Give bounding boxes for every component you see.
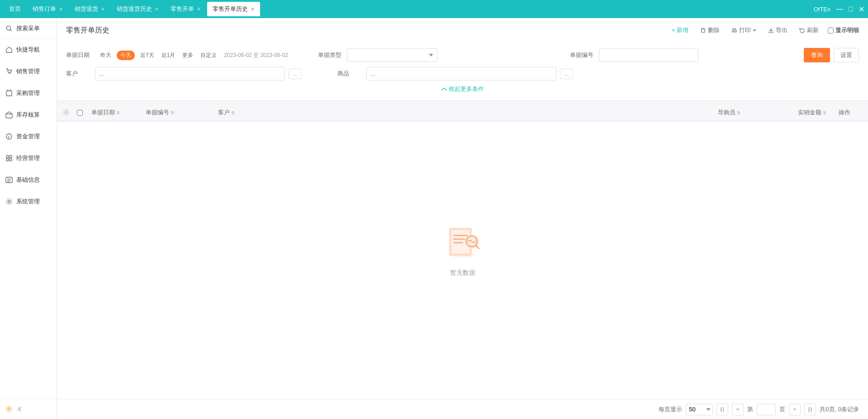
per-page-select[interactable]: 20 50 100 bbox=[686, 404, 713, 415]
close-return-icon[interactable]: ✕ bbox=[101, 6, 105, 12]
home-icon bbox=[5, 46, 13, 53]
close-retail-history-icon[interactable]: ✕ bbox=[251, 6, 255, 12]
shortcut-custom[interactable]: 自定义 bbox=[199, 51, 218, 60]
goods-label: 商品 bbox=[337, 70, 363, 78]
customer-ellipsis[interactable]: ... bbox=[289, 69, 302, 79]
table-settings-icon[interactable] bbox=[62, 108, 70, 116]
sidebar-item-sales-label: 销售管理 bbox=[16, 67, 40, 75]
finance-icon: ¥ bbox=[5, 133, 13, 140]
collapse-icon bbox=[441, 87, 447, 91]
sidebar: 搜索采单 快捷导航 销售管理 采购管理 bbox=[0, 18, 57, 419]
main-layout: 搜索采单 快捷导航 销售管理 采购管理 bbox=[0, 18, 868, 419]
last-page-button[interactable]: ⟩⟩ bbox=[804, 404, 816, 415]
page-suffix: 页 bbox=[779, 405, 785, 414]
sidebar-item-base-info[interactable]: 基础信息 bbox=[0, 169, 57, 191]
sidebar-item-quicknav-label: 快捷导航 bbox=[16, 46, 40, 54]
filter-customer: 客户 ... bbox=[66, 67, 319, 80]
maximize-button[interactable]: □ bbox=[849, 5, 853, 13]
svg-line-1 bbox=[10, 29, 12, 31]
shortcut-yesterday[interactable]: 昨天 bbox=[99, 51, 113, 60]
close-retail-icon[interactable]: ✕ bbox=[197, 6, 201, 12]
svg-text:¥: ¥ bbox=[7, 135, 10, 139]
th-customer: 客户 ⇅ bbox=[218, 108, 718, 117]
sidebar-item-quicknav[interactable]: 快捷导航 bbox=[0, 39, 57, 61]
svg-rect-4 bbox=[6, 91, 12, 96]
settings-gear-icon[interactable] bbox=[5, 405, 13, 413]
sidebar-item-management[interactable]: 经营管理 bbox=[0, 147, 57, 169]
table-settings-col bbox=[62, 108, 77, 117]
sort-date-icon[interactable]: ⇅ bbox=[116, 110, 120, 115]
set-button[interactable]: 设置 bbox=[834, 48, 859, 62]
action-buttons: 查询 设置 bbox=[804, 48, 859, 62]
pagination: 每页显示 20 50 100 ⟨⟨ ＜ 第 1 页 ＞ ⟩⟩ 共0页, 0条记录 bbox=[57, 399, 868, 419]
sort-customer-icon[interactable]: ⇅ bbox=[231, 110, 235, 115]
date-range-text: 2023-06-02 至 2023-06-02 bbox=[224, 52, 288, 59]
type-label: 单据类型 bbox=[318, 51, 343, 59]
svg-rect-8 bbox=[6, 155, 9, 158]
sidebar-item-system[interactable]: 系统管理 bbox=[0, 191, 57, 212]
shortcut-today[interactable]: 今天 bbox=[117, 51, 135, 60]
sidebar-item-inventory[interactable]: 库存核算 bbox=[0, 104, 57, 126]
prev-page-button[interactable]: ＜ bbox=[732, 404, 744, 415]
goods-ellipsis[interactable]: ... bbox=[560, 69, 573, 79]
filter-row-2: 客户 ... 商品 ... bbox=[66, 67, 859, 80]
tab-return-history[interactable]: 销货退货历史 ✕ bbox=[111, 2, 164, 16]
select-all-checkbox[interactable] bbox=[77, 110, 83, 116]
customer-input[interactable] bbox=[95, 67, 285, 80]
collapse-more-btn[interactable]: 收起更多条件 bbox=[441, 85, 484, 93]
refresh-button[interactable]: 刷新 bbox=[797, 24, 821, 36]
type-select[interactable] bbox=[347, 48, 437, 62]
tab-return-label: 销货退货 bbox=[75, 5, 98, 13]
sidebar-item-sales[interactable]: 销售管理 bbox=[0, 61, 57, 82]
query-button[interactable]: 查询 bbox=[804, 48, 830, 62]
tab-home[interactable]: 首页 bbox=[4, 2, 26, 16]
sidebar-item-base-info-label: 基础信息 bbox=[16, 176, 40, 184]
collapse-sidebar-icon[interactable] bbox=[16, 405, 24, 413]
print-button[interactable]: 打印 bbox=[729, 24, 759, 36]
tab-return[interactable]: 销货退货 ✕ bbox=[69, 2, 110, 16]
shortcut-1month[interactable]: 近1月 bbox=[160, 51, 177, 60]
first-page-button[interactable]: ⟨⟨ bbox=[716, 404, 728, 415]
sort-amount-icon[interactable]: ⇅ bbox=[823, 110, 826, 115]
empty-state: 暂无数据 bbox=[57, 122, 868, 399]
empty-state-icon bbox=[440, 217, 485, 262]
sidebar-item-inventory-label: 库存核算 bbox=[16, 111, 40, 119]
sidebar-item-finance[interactable]: ¥ 资金管理 bbox=[0, 126, 57, 147]
sidebar-search-label: 搜索采单 bbox=[16, 24, 40, 33]
sort-no-icon[interactable]: ⇅ bbox=[171, 110, 174, 115]
next-page-button[interactable]: ＞ bbox=[789, 404, 801, 415]
close-return-history-icon[interactable]: ✕ bbox=[155, 6, 159, 12]
svg-point-2 bbox=[8, 73, 9, 74]
sidebar-item-purchase[interactable]: 采购管理 bbox=[0, 82, 57, 104]
export-button[interactable]: 导出 bbox=[765, 24, 790, 36]
new-button[interactable]: + 新增 bbox=[669, 24, 691, 36]
shortcut-more[interactable]: 更多 bbox=[180, 51, 195, 60]
close-sales-order-icon[interactable]: ✕ bbox=[59, 6, 63, 12]
page-input[interactable]: 1 bbox=[757, 404, 776, 415]
total-info: 共0页, 0条记录 bbox=[820, 405, 859, 414]
cart-icon bbox=[5, 68, 13, 75]
refresh-icon bbox=[799, 28, 805, 33]
tab-retail-history[interactable]: 零售开单历史 ✕ bbox=[207, 2, 260, 16]
close-button[interactable]: ✕ bbox=[859, 5, 864, 14]
filter-no: 单据编号 bbox=[570, 48, 804, 62]
management-icon bbox=[5, 155, 13, 162]
sidebar-search[interactable]: 搜索采单 bbox=[0, 18, 57, 39]
tab-sales-order[interactable]: 销售订单 ✕ bbox=[27, 2, 68, 16]
no-input[interactable] bbox=[599, 48, 698, 62]
delete-button[interactable]: 删除 bbox=[697, 24, 722, 36]
show-detail-checkbox[interactable]: 显示明细 bbox=[828, 26, 859, 34]
th-no: 单据编号 ⇅ bbox=[146, 108, 218, 117]
filter-goods: 商品 ... bbox=[337, 67, 591, 80]
svg-rect-10 bbox=[6, 159, 9, 161]
svg-point-17 bbox=[6, 199, 12, 204]
tab-retail[interactable]: 零售开单 ✕ bbox=[165, 2, 206, 16]
sort-guide-icon[interactable]: ⇅ bbox=[737, 110, 740, 115]
th-action: 操作 bbox=[826, 108, 863, 117]
tab-return-history-label: 销货退货历史 bbox=[117, 5, 152, 13]
minimize-button[interactable]: — bbox=[836, 5, 843, 13]
shortcut-7days[interactable]: 近7天 bbox=[138, 51, 156, 60]
svg-point-21 bbox=[65, 111, 67, 113]
goods-input[interactable] bbox=[366, 67, 556, 80]
show-detail-input[interactable] bbox=[828, 28, 834, 33]
